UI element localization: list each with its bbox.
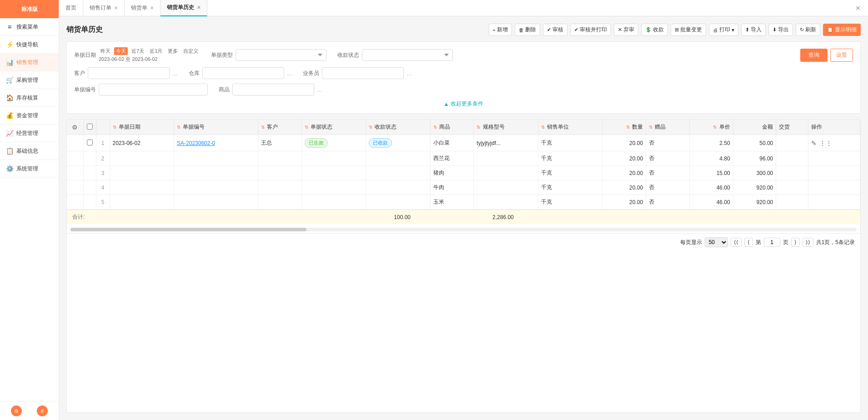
tab-sales-order[interactable]: 销售订单 ✕ [83,0,125,16]
audit-print-button[interactable]: ✔ 审核并打印 [570,24,611,36]
sidebar-item-sales-mgmt[interactable]: 📊 销售管理 [0,54,59,71]
first-page-btn[interactable]: ⟨⟨ [731,238,742,247]
scrollbar-thumb[interactable] [70,228,306,231]
horizontal-scrollbar[interactable] [70,228,857,231]
delete-button[interactable]: 🗑 删除 [515,24,540,36]
table-row: 4 牛肉 千克 20.00 否 46.00 920.00 [67,180,860,195]
cell-unit: 千克 [538,180,602,195]
audit-button[interactable]: ✔ 审核 [543,24,567,36]
date-tab-7days[interactable]: 近7天 [130,47,146,55]
col-order-no[interactable]: ⇅ 单据编号 [174,120,258,135]
col-spec[interactable]: ⇅ 规格型号 [474,120,538,135]
cell-goods: 西兰花 [430,151,474,166]
col-unit[interactable]: ⇅ 销售单位 [538,120,602,135]
sidebar-item-quick-nav[interactable]: ⚡ 快捷导航 [0,36,59,54]
next-page-btn[interactable]: ⟩ [791,238,800,247]
customer-input[interactable] [88,67,170,79]
tab-bar-close-all[interactable]: ✕ [852,5,864,12]
import-button[interactable]: ⬆ 导入 [741,24,766,36]
tab-sales-goods[interactable]: 销货单 ✕ [125,0,161,16]
abandon-button[interactable]: ✕ 弃审 [614,24,638,36]
date-tab-today[interactable]: 今天 [114,47,128,55]
cell-status: 已生效 [301,135,366,151]
order-no-input[interactable] [99,84,208,95]
print-button[interactable]: 🖨 打印 ▾ [709,24,738,36]
sidebar-item-sys-mgmt[interactable]: ⚙️ 系统管理 [0,160,59,178]
type-select[interactable] [236,49,326,61]
sidebar-item-funds-mgmt[interactable]: 💰 资金管理 [0,107,59,125]
col-goods[interactable]: ⇅ 商品 [430,120,474,135]
col-pay-status[interactable]: ⇅ 收款状态 [366,120,430,135]
row-checkbox[interactable] [87,140,93,145]
staff-dots[interactable]: ... [406,70,412,77]
column-settings-icon[interactable]: ⚙ [72,124,78,131]
collapse-button[interactable]: ▲ 收起更多条件 [74,100,853,108]
refresh-button[interactable]: ↻ 刷新 [796,24,820,36]
pay-status-select[interactable] [362,49,453,61]
cell-trade [776,151,808,166]
col-price[interactable]: ⇅ 单价 [689,120,733,135]
cell-checkbox[interactable] [83,195,96,210]
order-no-link[interactable]: SA-20230602-0 [177,140,215,146]
goods-input[interactable] [232,84,314,95]
sidebar-item-inventory-calc[interactable]: 🏠 库存核算 [0,89,59,107]
current-page-input[interactable] [764,238,780,247]
cell-checkbox[interactable] [83,135,96,151]
query-button[interactable]: 查询 [800,49,828,62]
sidebar-label: 搜索菜单 [16,23,38,31]
date-tab-yesterday[interactable]: 昨天 [99,47,112,55]
cell-qty: 20.00 [602,151,646,166]
cell-gift: 否 [646,135,690,151]
cell-checkbox[interactable] [83,151,96,166]
sidebar-settings-icon[interactable]: ⚙ [11,405,22,416]
tab-sales-history[interactable]: 销货单历史 ✕ [161,0,207,16]
add-button[interactable]: + 新增 [489,24,512,36]
col-status[interactable]: ⇅ 单据状态 [301,120,366,135]
page-size-select[interactable]: 50 100 200 [705,237,728,247]
table-row: 3 猪肉 千克 20.00 否 15.00 300.00 [67,166,860,180]
sidebar-item-purchase-mgmt[interactable]: 🛒 采购管理 [0,71,59,89]
batch-change-button[interactable]: ⊞ 批量变更 [671,24,706,36]
warehouse-input[interactable] [202,67,284,79]
filter-goods: 商品 ... [219,84,322,95]
last-page-btn[interactable]: ⟩⟩ [803,238,813,247]
sidebar-item-search-menu[interactable]: ≡ 搜索菜单 [0,18,59,36]
funds-mgmt-icon: 💰 [5,111,14,120]
date-tab-custom[interactable]: 自定义 [181,47,200,55]
select-all-checkbox[interactable] [87,124,93,130]
sys-mgmt-icon: ⚙️ [5,165,14,173]
col-customer[interactable]: ⇅ 客户 [258,120,301,135]
footer-total-amount: 2,286.00 [492,214,514,220]
customer-dots[interactable]: ... [172,70,178,77]
edit-action-icon[interactable]: ✎ [811,140,817,147]
staff-input[interactable] [322,67,404,79]
export-button[interactable]: ⬇ 导出 [768,24,793,36]
col-qty[interactable]: ⇅ 数量 [602,120,646,135]
collect-button[interactable]: 💲 收款 [641,24,668,36]
tab-close-sales-order[interactable]: ✕ [114,5,118,10]
sidebar: 标准版 ≡ 搜索菜单 ⚡ 快捷导航 📊 销售管理 🛒 采购管理 🏠 库存核算 💰… [0,0,59,420]
cell-checkbox[interactable] [83,166,96,180]
more-action-icon[interactable]: ⋮⋮ [819,140,832,147]
sidebar-item-basic-info[interactable]: 📋 基础信息 [0,142,59,160]
table-container: ⚙ ⇅ 单据日期 ⇅ 单据编号 [66,119,861,413]
tab-home[interactable]: 首页 [63,0,83,16]
col-date[interactable]: ⇅ 单据日期 [110,120,174,135]
date-tab-1month[interactable]: 近1月 [148,47,164,55]
filter-settings-button[interactable]: 设置 [830,49,853,62]
show-detail-button[interactable]: 📋 显示明细 [823,24,861,36]
warehouse-dots[interactable]: ... [287,70,292,77]
sidebar-item-ops-mgmt[interactable]: 📈 经营管理 [0,125,59,142]
tab-close-sales-history[interactable]: ✕ [197,5,201,10]
col-gift[interactable]: ⇅ 赠品 [646,120,690,135]
cell-goods: 牛肉 [430,180,474,195]
date-tab-more[interactable]: 更多 [166,47,180,55]
tab-close-sales-goods[interactable]: ✕ [150,5,154,10]
cell-checkbox[interactable] [83,180,96,195]
sidebar-pause-icon[interactable]: ⏸ [37,405,48,416]
prev-page-btn[interactable]: ⟨ [744,238,753,247]
goods-dots[interactable]: ... [317,86,322,93]
col-settings[interactable]: ⚙ [67,120,83,135]
col-checkbox[interactable] [83,120,96,135]
sort-goods-icon: ⇅ [433,125,437,130]
